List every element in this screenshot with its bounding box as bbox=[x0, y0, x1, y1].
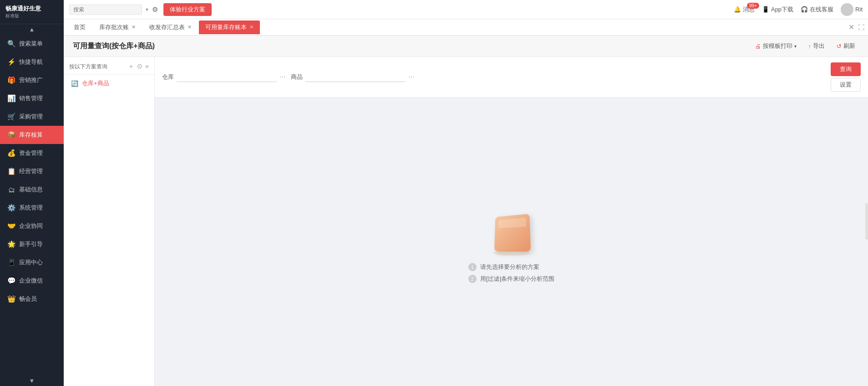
refresh-label: 刷新 bbox=[843, 42, 855, 50]
sidebar-item-sales[interactable]: 📊 销售管理 bbox=[0, 89, 64, 108]
sidebar-item-label: 基础信息 bbox=[19, 185, 43, 194]
sidebar-item-shortcut[interactable]: ⚡ 快捷导航 bbox=[0, 53, 64, 71]
warehouse-input[interactable] bbox=[177, 72, 277, 82]
username-label: Rit bbox=[855, 6, 863, 13]
sidebar-item-purchase[interactable]: 🛒 采购管理 bbox=[0, 108, 64, 126]
sidebar-item-inventory[interactable]: 📦 库存核算 bbox=[0, 126, 64, 144]
close-icon[interactable]: ✕ bbox=[249, 24, 254, 30]
export-button[interactable]: ↑ 导出 bbox=[805, 40, 829, 52]
empty-tip-1: 1 请先选择要分析的方案 bbox=[468, 263, 554, 271]
settings-icon[interactable]: ⚙ bbox=[152, 5, 158, 14]
tabs-expand-button[interactable]: ⛶ bbox=[858, 24, 864, 31]
close-icon[interactable]: ✕ bbox=[132, 24, 136, 30]
sidebar-item-wechat[interactable]: 💬 企业微信 bbox=[0, 272, 64, 290]
sidebar-scroll-up[interactable]: ▲ bbox=[0, 24, 64, 35]
sidebar-item-system[interactable]: ⚙️ 系统管理 bbox=[0, 199, 64, 217]
sidebar-item-member[interactable]: 👑 畅会员 bbox=[0, 290, 64, 308]
filter-item-warehouse-goods[interactable]: 🔄 仓库+商品 bbox=[64, 75, 154, 92]
message-button[interactable]: 🔔 消息 99+ bbox=[734, 5, 755, 14]
sidebar-item-label: 搜索菜单 bbox=[19, 40, 43, 48]
trial-button[interactable]: 体验行业方案 bbox=[163, 3, 212, 16]
sidebar-item-marketing[interactable]: 🎁 营销推广 bbox=[0, 71, 64, 89]
wechat-icon: 💬 bbox=[7, 277, 15, 285]
refresh-button[interactable]: ↺ 刷新 bbox=[833, 40, 859, 52]
empty-state: 1 请先选择要分析的方案 2 用[过滤]条件来缩小分析范围 bbox=[155, 98, 868, 386]
tab-label: 可用量库存账本 bbox=[205, 23, 247, 31]
warehouse-field: 仓库 ··· bbox=[162, 72, 285, 82]
filter-header-actions: ＋ ⊙ « bbox=[128, 62, 149, 71]
app-download-label: App下载 bbox=[771, 5, 793, 14]
print-button[interactable]: 🖨 按模板打印 ▾ bbox=[751, 40, 800, 52]
tab-home[interactable]: 首页 bbox=[67, 21, 92, 34]
goods-more-icon[interactable]: ··· bbox=[408, 73, 414, 81]
sidebar-item-search[interactable]: 🔍 搜索菜单 bbox=[0, 35, 64, 53]
headset-icon: 🎧 bbox=[801, 6, 808, 13]
tabs-close-all-button[interactable]: ✕ bbox=[848, 23, 854, 31]
user-menu[interactable]: Rit bbox=[841, 3, 863, 16]
add-icon[interactable]: ＋ bbox=[128, 62, 134, 71]
box-illustration bbox=[494, 214, 530, 252]
sidebar-item-app-center[interactable]: 📱 应用中心 bbox=[0, 253, 64, 272]
sidebar-logo: 畅康通好生意 标准版 bbox=[0, 0, 64, 24]
query-conditions: 仓库 ··· 商品 ··· 查询 设置 bbox=[155, 57, 868, 98]
goods-label: 商品 bbox=[291, 73, 303, 81]
online-service-label: 在线客服 bbox=[810, 5, 833, 14]
warehouse-more-icon[interactable]: ··· bbox=[279, 73, 285, 81]
message-badge: 99+ bbox=[747, 3, 759, 9]
empty-illustration bbox=[484, 201, 539, 256]
sidebar-scroll-down[interactable]: ▼ bbox=[0, 376, 64, 386]
tip-num-2: 2 bbox=[468, 275, 477, 283]
sidebar-item-enterprise[interactable]: 🤝 企业协同 bbox=[0, 217, 64, 235]
sidebar-item-label: 快捷导航 bbox=[19, 58, 43, 66]
sidebar-item-newbie[interactable]: 🌟 新手引导 bbox=[0, 235, 64, 253]
sidebar-item-label: 系统管理 bbox=[19, 204, 43, 212]
handshake-icon: 🤝 bbox=[7, 222, 15, 230]
sidebar-item-label: 采购管理 bbox=[19, 113, 43, 121]
tab-batch-ledger[interactable]: 库存批次账 ✕ bbox=[93, 21, 142, 34]
warehouse-label: 仓库 bbox=[162, 73, 174, 81]
tab-receipt-summary[interactable]: 收发存汇总表 ✕ bbox=[143, 21, 198, 34]
refresh-icon: ↺ bbox=[837, 43, 842, 50]
page-title: 可用量查询(按仓库+商品) bbox=[73, 41, 155, 51]
box-icon: 📦 bbox=[7, 131, 15, 139]
collapse-icon[interactable]: « bbox=[145, 62, 149, 71]
logo-title: 畅康通好生意 bbox=[5, 5, 58, 13]
page-header: 可用量查询(按仓库+商品) 🖨 按模板打印 ▾ ↑ 导出 ↺ 刷新 bbox=[64, 36, 868, 57]
empty-tips: 1 请先选择要分析的方案 2 用[过滤]条件来缩小分析范围 bbox=[468, 263, 554, 283]
filter-header: 按以下方案查询 ＋ ⊙ « bbox=[64, 62, 154, 75]
scroll-hint bbox=[865, 203, 868, 240]
clipboard-icon: 📋 bbox=[7, 167, 15, 175]
search-input[interactable] bbox=[69, 5, 142, 15]
sidebar-item-label: 企业协同 bbox=[19, 222, 43, 230]
settings-small-icon[interactable]: ⊙ bbox=[137, 62, 142, 71]
tab-available-ledger[interactable]: 可用量库存账本 ✕ bbox=[199, 21, 260, 34]
bell-icon: 🔔 bbox=[734, 6, 741, 13]
sidebar: 畅康通好生意 标准版 ▲ 🔍 搜索菜单 ⚡ 快捷导航 🎁 营销推广 📊 销售管理… bbox=[0, 0, 64, 386]
logo-sub: 标准版 bbox=[5, 13, 58, 19]
topbar-right: 🔔 消息 99+ 📱 App下载 🎧 在线客服 Rit bbox=[734, 3, 863, 16]
app-download-button[interactable]: 📱 App下载 bbox=[762, 5, 793, 14]
goods-input[interactable] bbox=[305, 72, 406, 82]
chevron-down-icon[interactable]: ▾ bbox=[146, 6, 148, 13]
close-icon[interactable]: ✕ bbox=[188, 24, 192, 30]
sidebar-item-operations[interactable]: 📋 经营管理 bbox=[0, 162, 64, 180]
page-actions: 🖨 按模板打印 ▾ ↑ 导出 ↺ 刷新 bbox=[751, 40, 859, 52]
sidebar-item-label: 应用中心 bbox=[19, 258, 43, 267]
query-button[interactable]: 查询 bbox=[831, 62, 861, 76]
sidebar-item-label: 企业微信 bbox=[19, 277, 43, 285]
empty-tip-2: 2 用[过滤]条件来缩小分析范围 bbox=[468, 275, 554, 283]
search-icon: 🔍 bbox=[7, 40, 15, 48]
online-service-button[interactable]: 🎧 在线客服 bbox=[801, 5, 833, 14]
tip-text-1: 请先选择要分析的方案 bbox=[480, 263, 539, 271]
tab-label: 库存批次账 bbox=[99, 23, 129, 31]
sidebar-item-finance[interactable]: 💰 资金管理 bbox=[0, 144, 64, 162]
folder-icon: 🗂 bbox=[7, 186, 15, 194]
filter-panel: 按以下方案查询 ＋ ⊙ « 🔄 仓库+商品 bbox=[64, 57, 155, 386]
sidebar-item-basic[interactable]: 🗂 基础信息 bbox=[0, 180, 64, 199]
tab-label: 首页 bbox=[74, 23, 86, 31]
money-icon: 💰 bbox=[7, 149, 15, 157]
settings-button[interactable]: 设置 bbox=[831, 78, 861, 92]
mobile-icon: 📱 bbox=[7, 258, 15, 267]
flash-icon: ⚡ bbox=[7, 58, 15, 66]
tabs-bar: 首页 库存批次账 ✕ 收发存汇总表 ✕ 可用量库存账本 ✕ ✕ ⛶ bbox=[64, 19, 868, 36]
